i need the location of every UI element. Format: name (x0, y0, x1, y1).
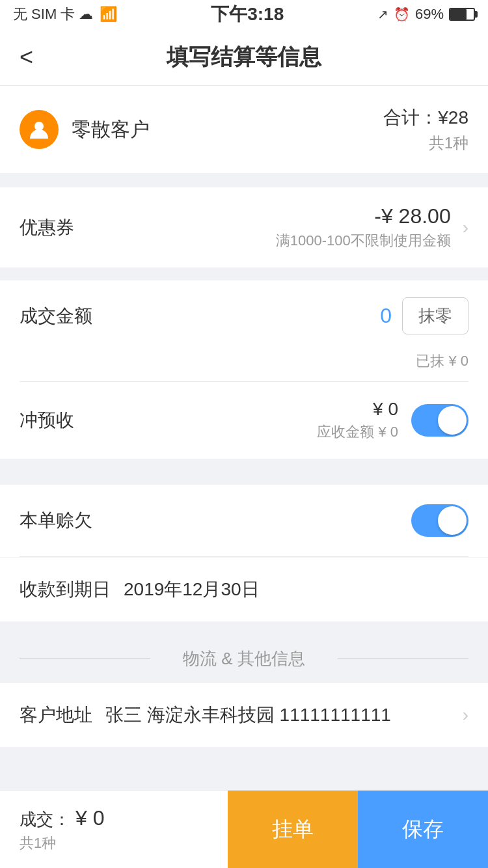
status-right: ↗ ⏰ 69% (377, 6, 475, 23)
back-button[interactable]: < (20, 44, 33, 71)
transaction-label: 成交金额 (20, 304, 92, 329)
address-value: 张三 海淀永丰科技园 11111111111 (105, 703, 457, 727)
bottom-transaction-amount: ¥ 0 (75, 806, 104, 830)
debit-section: 本单赊欠 收款到期日 2019年12月30日 (0, 485, 488, 621)
toggle-knob (438, 406, 467, 435)
customer-left: 零散客户 (20, 110, 150, 149)
address-section[interactable]: 客户地址 张三 海淀永丰科技园 11111111111 › (0, 683, 488, 747)
due-date-section: 收款到期日 2019年12月30日 (0, 557, 488, 621)
no-sim-text: 无 SIM 卡 ☁ (13, 5, 93, 24)
svg-point-0 (34, 122, 44, 131)
bottom-summary: 成交： ¥ 0 共1种 (0, 806, 228, 853)
due-date-label: 收款到期日 (20, 577, 111, 602)
bottom-bar: 成交： ¥ 0 共1种 挂单 保存 (0, 790, 488, 868)
total-count: 共1种 (383, 133, 468, 154)
transaction-section: 成交金额 0 抹零 已抹 ¥ 0 冲预收 ¥ 0 应收金额 ¥ 0 (0, 280, 488, 459)
debit-item: 本单赊欠 (0, 485, 488, 556)
debit-label: 本单赊欠 (20, 508, 92, 533)
already-rounded: 已抹 ¥ 0 (0, 351, 488, 381)
status-time: 下午3:18 (211, 2, 284, 27)
page-title: 填写结算等信息 (167, 42, 321, 72)
user-icon (27, 118, 51, 141)
advance-sub: 应收金额 ¥ 0 (317, 422, 398, 442)
debit-toggle[interactable] (411, 504, 468, 537)
battery-fill (450, 9, 467, 20)
coupon-item[interactable]: 优惠券 -¥ 28.00 满1000-100不限制使用金额 › (0, 187, 488, 267)
logistics-header: 物流 & 其他信息 (0, 634, 488, 683)
battery-percent: 69% (415, 6, 444, 23)
avatar (20, 110, 59, 149)
advance-item: 冲预收 ¥ 0 应收金额 ¥ 0 (0, 382, 488, 459)
customer-section: 零散客户 合计：¥28 共1种 (0, 86, 488, 173)
advance-amount: ¥ 0 (317, 399, 398, 420)
divider-3 (0, 459, 488, 472)
hang-button[interactable]: 挂单 (228, 791, 358, 869)
status-bar: 无 SIM 卡 ☁ 📶 下午3:18 ↗ ⏰ 69% (0, 0, 488, 29)
transaction-item: 成交金额 0 抹零 (0, 280, 488, 351)
wifi-icon: 📶 (100, 6, 117, 23)
coupon-right: -¥ 28.00 满1000-100不限制使用金额 (276, 204, 451, 251)
customer-right: 合计：¥28 共1种 (383, 105, 468, 154)
location-icon: ↗ (377, 7, 388, 22)
coupon-section[interactable]: 优惠券 -¥ 28.00 满1000-100不限制使用金额 › (0, 187, 488, 267)
advance-amount-group: ¥ 0 应收金额 ¥ 0 (317, 399, 398, 442)
advance-label: 冲预收 (20, 408, 74, 433)
bottom-transaction-label: 成交： (20, 808, 70, 831)
divider-1 (0, 174, 488, 187)
address-label: 客户地址 (20, 703, 92, 727)
coupon-desc: 满1000-100不限制使用金额 (276, 231, 451, 251)
divider-4 (0, 621, 488, 634)
transaction-amount-input[interactable]: 0 (366, 304, 392, 328)
coupon-label: 优惠券 (20, 215, 74, 240)
customer-name: 零散客户 (72, 116, 150, 143)
debit-toggle-knob (438, 506, 467, 535)
advance-toggle[interactable] (411, 404, 468, 437)
logistics-label: 物流 & 其他信息 (183, 647, 305, 670)
battery-icon (449, 8, 475, 21)
total-amount: 合计：¥28 (383, 105, 468, 130)
due-date-value: 2019年12月30日 (124, 577, 260, 602)
alarm-icon: ⏰ (394, 7, 410, 22)
bottom-count: 共1种 (20, 834, 208, 853)
advance-right: ¥ 0 应收金额 ¥ 0 (317, 399, 468, 442)
save-button[interactable]: 保存 (358, 791, 488, 869)
content: 零散客户 合计：¥28 共1种 优惠券 -¥ 28.00 满1000-100不限… (0, 86, 488, 832)
chevron-right-icon: › (463, 217, 468, 238)
transaction-right: 0 抹零 (366, 297, 468, 334)
round-button[interactable]: 抹零 (402, 297, 468, 334)
status-left: 无 SIM 卡 ☁ 📶 (13, 5, 117, 24)
divider-2 (0, 267, 488, 280)
nav-bar: < 填写结算等信息 (0, 29, 488, 86)
address-chevron-icon: › (463, 705, 468, 726)
coupon-amount: -¥ 28.00 (276, 204, 451, 228)
